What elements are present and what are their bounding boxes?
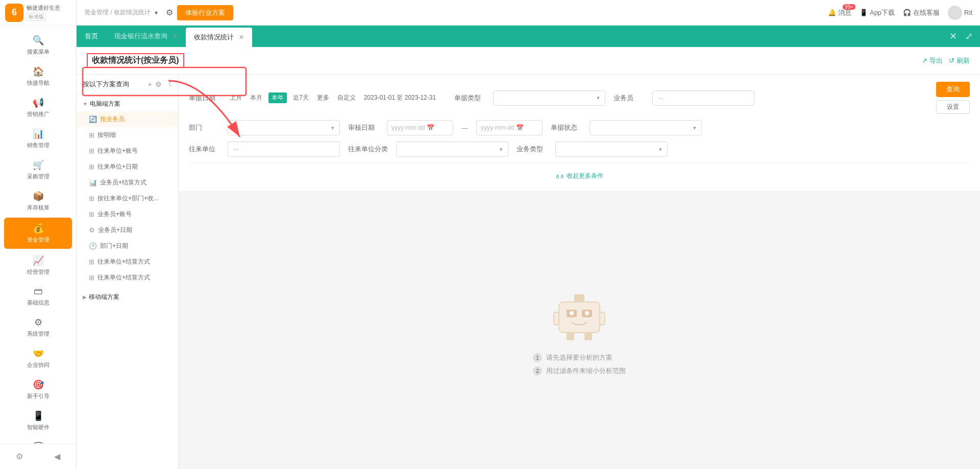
tab-home[interactable]: 首页 <box>77 26 106 47</box>
biz-type-dropdown[interactable]: ▾ <box>555 142 668 157</box>
salesman-input[interactable]: ··· <box>652 90 754 106</box>
review-date-label: 审核日期 <box>348 123 379 132</box>
add-scheme-button[interactable]: + <box>148 80 152 88</box>
date-option-last-month[interactable]: 上月 <box>228 92 244 103</box>
partner-settle2-icon: ⊞ <box>89 274 94 282</box>
tab-expand-icon[interactable]: ⤢ <box>963 29 975 44</box>
marketing-icon: 📢 <box>33 97 44 108</box>
scheme-item-partner-settle1[interactable]: ⊞ 往来单位+结算方式 <box>77 254 178 270</box>
dept-date-icon: 🕐 <box>89 242 97 250</box>
date-option-last7[interactable]: 近7天 <box>291 92 311 103</box>
scheme-item-partner-account[interactable]: ⊞ 往来单位+账号 <box>77 143 178 159</box>
guide-icon: 🎯 <box>33 379 44 390</box>
date-option-this-year[interactable]: 本年 <box>268 92 287 103</box>
sidebar-item-system[interactable]: ⚙ 系统管理 <box>0 312 76 343</box>
filter-area: 单据日期 上月 本月 本年 近7天 更多 自定义 2023-01-01 至 20… <box>179 75 980 192</box>
data-area: 1 请先选择要分析的方案 2 用过滤条件来缩小分析范围 <box>179 192 980 469</box>
sidebar-item-guide[interactable]: 🎯 新手引导 <box>0 374 76 405</box>
tab-collection-close-icon[interactable]: ✕ <box>239 34 244 41</box>
partner-more-icon: ··· <box>233 146 238 153</box>
user-name: Rit <box>964 9 972 16</box>
logo-text-area: 畅捷通好生意 标准版 <box>27 4 60 20</box>
review-date-end-input[interactable]: yyyy-mm-dd 📅 <box>476 120 543 135</box>
date-option-custom[interactable]: 自定义 <box>335 92 358 103</box>
sidebar-item-finance[interactable]: 💰 资金管理 <box>4 218 72 249</box>
refresh-icon: ↺ <box>949 57 954 64</box>
trial-button[interactable]: 体验行业方案 <box>177 5 233 20</box>
sidebar-item-corp[interactable]: 🤝 企业协同 <box>0 343 76 374</box>
tab-close-all-icon[interactable]: ✕ <box>947 29 959 44</box>
app-download-btn[interactable]: 📱 App下载 <box>860 8 895 17</box>
scheme-item-salesman-account[interactable]: ⊞ 业务员+账号 <box>77 206 178 222</box>
sidebar-item-hardware[interactable]: 📱 智能硬件 <box>0 405 76 436</box>
sidebar-item-basic[interactable]: 🗃 基础信息 <box>0 281 76 312</box>
scheme-item-dept-date[interactable]: 🕐 部门+日期 <box>77 238 178 254</box>
main-content: 资金管理 / 收款情况统计 ▾ ⚙ 体验行业方案 🔔 消息 99+ 📱 App下… <box>77 0 980 469</box>
scheme-item-by-detail[interactable]: ⊞ 按明细 <box>77 127 178 143</box>
right-panel: 单据日期 上月 本月 本年 近7天 更多 自定义 2023-01-01 至 20… <box>179 75 980 469</box>
notifications-btn[interactable]: 🔔 消息 99+ <box>828 8 851 17</box>
scheme-item-partner-date[interactable]: ⊞ 往来单位+日期 <box>77 159 178 175</box>
sidebar-item-inventory[interactable]: 📦 库存核算 <box>0 185 76 217</box>
filter-row-1: 单据日期 上月 本月 本年 近7天 更多 自定义 2023-01-01 至 20… <box>189 82 970 114</box>
settings-gear-icon[interactable]: ⚙ <box>166 8 173 17</box>
dept-dropdown[interactable]: ▾ <box>228 120 340 135</box>
tab-bank[interactable]: 现金银行流水查询 ✕ <box>106 26 186 47</box>
salesman-filter-label: 业务员 <box>614 93 644 103</box>
scheme-settings-icon[interactable]: ⚙ <box>155 80 162 88</box>
page-header-actions: ↗ 导出 ↺ 刷新 <box>922 56 970 65</box>
date-range-display: 2023-01-01 至 2023-12-31 <box>364 93 436 102</box>
refresh-button[interactable]: ↺ 刷新 <box>949 56 970 65</box>
scheme-item-partner-settle2[interactable]: ⊞ 往来单位+结算方式 <box>77 270 178 286</box>
online-service-btn[interactable]: 🎧 在线客服 <box>903 8 940 17</box>
date-option-this-month[interactable]: 本月 <box>248 92 264 103</box>
empty-tip-1: 1 请先选择要分析的方案 <box>533 353 626 362</box>
sidebar-item-purchase[interactable]: 🛒 采购管理 <box>0 154 76 185</box>
tab-home-label: 首页 <box>85 32 98 41</box>
bill-status-dropdown[interactable]: ▾ <box>590 120 702 135</box>
sidebar-item-operation[interactable]: 📈 经营管理 <box>0 250 76 281</box>
top-header: 资金管理 / 收款情况统计 ▾ ⚙ 体验行业方案 🔔 消息 99+ 📱 App下… <box>77 0 980 26</box>
date-filter-label: 单据日期 <box>189 93 219 103</box>
desktop-scheme-header[interactable]: ▼ 电脑端方案 <box>77 97 178 111</box>
sales-icon: 📊 <box>33 128 44 139</box>
partner-category-label: 往来单位分类 <box>348 145 388 154</box>
tab-bank-close-icon[interactable]: ✕ <box>173 33 178 40</box>
scheme-item-partner-dept[interactable]: ⊞ 按往来单位+部门+收... <box>77 191 178 206</box>
sidebar-item-search[interactable]: 🔍 搜索菜单 <box>0 30 76 61</box>
header-left: 资金管理 / 收款情况统计 ▾ ⚙ 体验行业方案 <box>84 5 233 20</box>
mobile-scheme-header[interactable]: ▶ 移动端方案 <box>77 290 178 304</box>
tab-bar-actions: ✕ ⤢ <box>947 29 975 44</box>
sidebar-collapse-btn[interactable]: ◀ <box>52 449 63 464</box>
logo-tag: 标准版 <box>27 13 46 21</box>
partner-input[interactable]: ··· <box>228 142 340 157</box>
bill-type-dropdown[interactable]: ▾ <box>493 90 605 106</box>
query-button[interactable]: 查询 <box>936 82 970 97</box>
scheme-item-by-salesman[interactable]: 🔄 按业务员 <box>77 111 178 127</box>
set-button[interactable]: 设置 <box>936 100 970 114</box>
scheme-item-salesman-date[interactable]: ⚙ 业务员+日期 <box>77 222 178 238</box>
notification-badge: 99+ <box>843 4 855 10</box>
export-button[interactable]: ↗ 导出 <box>922 56 943 65</box>
tab-collection[interactable]: 收款情况统计 ✕ <box>186 28 252 47</box>
scheme-group-desktop: ▼ 电脑端方案 🔄 按业务员 ⊞ 按明细 ⊞ <box>77 95 178 288</box>
breadcrumb-dropdown[interactable]: ▾ <box>155 9 158 16</box>
user-avatar-area[interactable]: Rit <box>948 6 972 20</box>
partner-account-icon: ⊞ <box>89 147 94 155</box>
inventory-icon: 📦 <box>33 191 44 202</box>
partner-category-dropdown[interactable]: ▾ <box>396 142 508 157</box>
sidebar-settings-btn[interactable]: ⚙ <box>13 449 26 464</box>
sidebar-item-wechat[interactable]: 💬 企业微信 <box>0 436 76 443</box>
svg-rect-10 <box>584 333 592 340</box>
review-date-start-placeholder: yyyy-mm-dd <box>391 124 425 131</box>
collapse-bar[interactable]: ∧∧ 收起更多条件 <box>189 168 970 184</box>
date-option-more[interactable]: 更多 <box>315 92 331 103</box>
svg-rect-0 <box>559 302 600 333</box>
scheme-item-salesman-settle[interactable]: 📊 业务员+结算方式 <box>77 175 178 191</box>
sidebar-item-nav[interactable]: 🏠 快捷导航 <box>0 61 76 92</box>
sidebar-item-marketing[interactable]: 📢 营销推广 <box>0 92 76 123</box>
sidebar-item-sales[interactable]: 📊 销售管理 <box>0 123 76 154</box>
collapse-panel-icon[interactable]: 《 <box>165 80 172 89</box>
header-right: 🔔 消息 99+ 📱 App下载 🎧 在线客服 Rit <box>828 6 972 20</box>
review-date-start-input[interactable]: yyyy-mm-dd 📅 <box>387 120 453 135</box>
